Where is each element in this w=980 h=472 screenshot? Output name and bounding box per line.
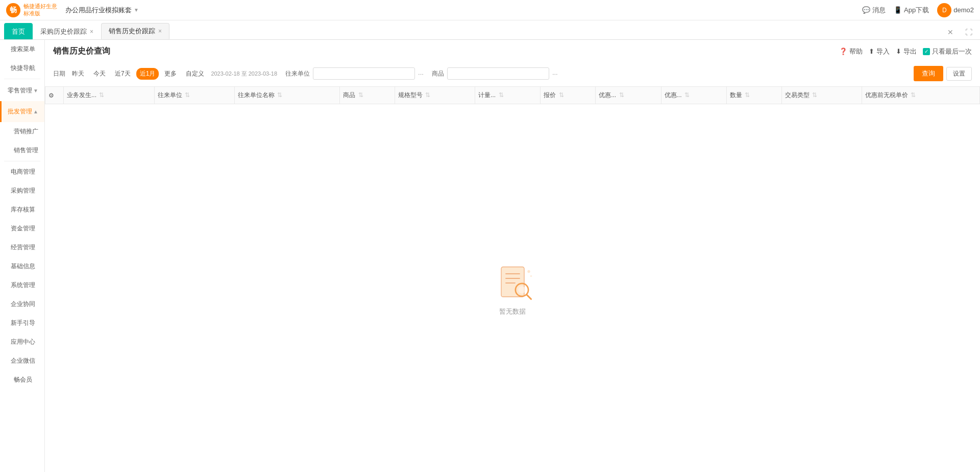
sidebar-item-retail-mgmt[interactable]: 零售管理 ▼ bbox=[0, 80, 44, 101]
tab-purchase-history-label: 采购历史价跟踪 bbox=[40, 27, 87, 36]
app-selector[interactable]: 办公用品行业模拟账套 ▼ bbox=[61, 6, 143, 15]
tab-bar-right: ✕ ⛶ bbox=[943, 25, 976, 39]
date-btn-custom[interactable]: 自定义 bbox=[182, 68, 208, 80]
th-discount1[interactable]: 优惠... ⇅ bbox=[596, 87, 661, 104]
table-settings-icon[interactable]: ⚙ bbox=[48, 92, 54, 99]
help-icon: ❓ bbox=[839, 48, 847, 55]
th-unit[interactable]: 计量... ⇅ bbox=[475, 87, 541, 104]
empty-state: 暂无数据 bbox=[45, 104, 980, 472]
export-button[interactable]: ⬇ 导出 bbox=[896, 47, 917, 56]
sidebar-item-finance[interactable]: 资金管理 bbox=[0, 219, 44, 238]
settings-button[interactable]: 设置 bbox=[946, 67, 972, 81]
tab-close-sales[interactable]: × bbox=[158, 28, 162, 35]
th-quantity[interactable]: 数量 ⇅ bbox=[726, 87, 781, 104]
date-btn-today[interactable]: 今天 bbox=[90, 68, 109, 80]
tab-close-purchase[interactable]: × bbox=[90, 28, 93, 35]
th-spec[interactable]: 规格型号 ⇅ bbox=[395, 87, 475, 104]
retail-mgmt-label: 零售管理 bbox=[8, 86, 32, 95]
sidebar-item-wholesale-mgmt[interactable]: 批发管理 ▲ bbox=[0, 101, 44, 122]
th-goods[interactable]: 商品 ⇅ bbox=[340, 87, 395, 104]
sidebar-item-sales-mgmt[interactable]: 销售管理 bbox=[0, 141, 44, 160]
goods-input[interactable] bbox=[447, 67, 549, 80]
sales-mgmt-label: 销售管理 bbox=[14, 146, 38, 155]
sidebar-item-purchase[interactable]: 采购管理 bbox=[0, 181, 44, 200]
sort-icon: ⇅ bbox=[684, 91, 690, 99]
date-btn-yesterday[interactable]: 昨天 bbox=[68, 68, 88, 80]
sidebar-item-operations[interactable]: 经营管理 bbox=[0, 238, 44, 257]
top-bar: 畅 畅捷通好生意 标准版 办公用品行业模拟账套 ▼ 💬 消息 📱 App下载 D… bbox=[0, 0, 980, 20]
tab-bar: 首页 采购历史价跟踪 × 销售历史价跟踪 × ✕ ⛶ bbox=[0, 20, 980, 40]
basic-info-label: 基础信息 bbox=[11, 262, 35, 271]
logo-icon: 畅 bbox=[6, 3, 20, 17]
source-unit-picker-icon[interactable]: ··· bbox=[418, 70, 424, 78]
goods-label: 商品 bbox=[432, 69, 444, 78]
purchase-label: 采购管理 bbox=[11, 186, 35, 195]
content-area: 销售历史价查询 ❓ 帮助 ⬆ 导入 ⬇ 导出 ✓ bbox=[45, 40, 980, 472]
query-button[interactable]: 查询 bbox=[914, 66, 943, 81]
date-buttons: 昨天 今天 近7天 近1月 更多 自定义 bbox=[68, 68, 208, 80]
th-unit-code[interactable]: 往来单位 ⇅ bbox=[154, 87, 234, 104]
sidebar-item-enterprise[interactable]: 企业协同 bbox=[0, 295, 44, 314]
table-container: ⚙ 业务发生... ⇅ 往来单位 ⇅ 往来单位名称 ⇅ bbox=[45, 86, 980, 472]
sidebar-item-search-menu[interactable]: 搜索菜单 bbox=[0, 40, 44, 59]
th-settings[interactable]: ⚙ bbox=[45, 87, 64, 104]
marketing-label: 营销推广 bbox=[14, 127, 38, 136]
sidebar-divider-1 bbox=[4, 79, 40, 79]
sidebar-divider-2 bbox=[4, 161, 40, 161]
sidebar-item-vip[interactable]: 畅会员 bbox=[0, 370, 44, 389]
goods-picker-icon[interactable]: ··· bbox=[552, 70, 558, 78]
sort-icon: ⇅ bbox=[425, 91, 430, 99]
date-btn-more[interactable]: 更多 bbox=[161, 68, 180, 80]
chevron-down-icon: ▼ bbox=[33, 88, 38, 93]
avatar: D bbox=[937, 3, 951, 17]
sidebar-item-ecommerce[interactable]: 电商管理 bbox=[0, 162, 44, 181]
wholesale-mgmt-label: 批发管理 bbox=[8, 107, 32, 116]
sidebar-item-system[interactable]: 系统管理 bbox=[0, 276, 44, 295]
empty-illustration bbox=[492, 260, 538, 306]
source-unit-input[interactable] bbox=[313, 67, 415, 80]
th-discount2[interactable]: 优惠... ⇅ bbox=[661, 87, 726, 104]
enterprise-label: 企业协同 bbox=[11, 300, 35, 309]
top-bar-left: 畅 畅捷通好生意 标准版 办公用品行业模拟账套 ▼ bbox=[6, 3, 143, 17]
sidebar-item-guide[interactable]: 新手引导 bbox=[0, 314, 44, 333]
svg-point-8 bbox=[530, 275, 532, 277]
th-trade-type[interactable]: 交易类型 ⇅ bbox=[781, 87, 862, 104]
th-no-tax-price[interactable]: 优惠前无税单价 ⇅ bbox=[862, 87, 979, 104]
help-button[interactable]: ❓ 帮助 bbox=[839, 47, 863, 56]
empty-icon bbox=[492, 260, 533, 301]
sort-icon: ⇅ bbox=[277, 91, 282, 99]
message-button[interactable]: 💬 消息 bbox=[862, 6, 886, 15]
sidebar-item-wechat[interactable]: 企业微信 bbox=[0, 351, 44, 370]
tab-purchase-history[interactable]: 采购历史价跟踪 × bbox=[33, 23, 101, 39]
action-buttons: 查询 设置 bbox=[914, 66, 972, 81]
date-btn-1month[interactable]: 近1月 bbox=[136, 68, 159, 80]
sidebar-item-basic-info[interactable]: 基础信息 bbox=[0, 257, 44, 276]
only-last-checkbox-group[interactable]: ✓ 只看最后一次 bbox=[923, 47, 972, 56]
date-btn-7days[interactable]: 近7天 bbox=[111, 68, 134, 80]
user-menu[interactable]: D demo2 bbox=[937, 3, 974, 17]
only-last-checkbox[interactable]: ✓ bbox=[923, 48, 930, 55]
sort-icon: ⇅ bbox=[499, 91, 504, 99]
sidebar-item-app-center[interactable]: 应用中心 bbox=[0, 333, 44, 351]
operations-label: 经营管理 bbox=[11, 243, 35, 252]
tab-close-all-button[interactable]: ✕ bbox=[943, 25, 958, 39]
sort-icon: ⇅ bbox=[619, 91, 624, 99]
vip-label: 畅会员 bbox=[14, 375, 32, 384]
search-menu-label: 搜索菜单 bbox=[11, 45, 35, 54]
sidebar-item-quick-nav[interactable]: 快捷导航 bbox=[0, 59, 44, 78]
sidebar-item-marketing[interactable]: 营销推广 bbox=[0, 122, 44, 141]
sidebar: 搜索菜单 快捷导航 零售管理 ▼ 批发管理 ▲ 营销推广 销售管理 电商管理 采… bbox=[0, 40, 45, 472]
logo-area: 畅 畅捷通好生意 标准版 bbox=[6, 3, 57, 17]
sidebar-item-inventory[interactable]: 库存核算 bbox=[0, 200, 44, 219]
import-button[interactable]: ⬆ 导入 bbox=[869, 47, 890, 56]
th-unit-name[interactable]: 往来单位名称 ⇅ bbox=[234, 87, 340, 104]
quick-nav-label: 快捷导航 bbox=[11, 64, 35, 73]
tab-home[interactable]: 首页 bbox=[4, 23, 33, 39]
app-download-button[interactable]: 📱 App下载 bbox=[894, 6, 929, 15]
th-business-date[interactable]: 业务发生... ⇅ bbox=[64, 87, 155, 104]
page-actions: ❓ 帮助 ⬆ 导入 ⬇ 导出 ✓ 只看最后一次 bbox=[839, 47, 972, 56]
th-quote-price[interactable]: 报价 ⇅ bbox=[541, 87, 596, 104]
tab-expand-button[interactable]: ⛶ bbox=[962, 25, 976, 39]
tab-sales-history[interactable]: 销售历史价跟踪 × bbox=[101, 23, 169, 39]
svg-point-7 bbox=[527, 270, 530, 273]
